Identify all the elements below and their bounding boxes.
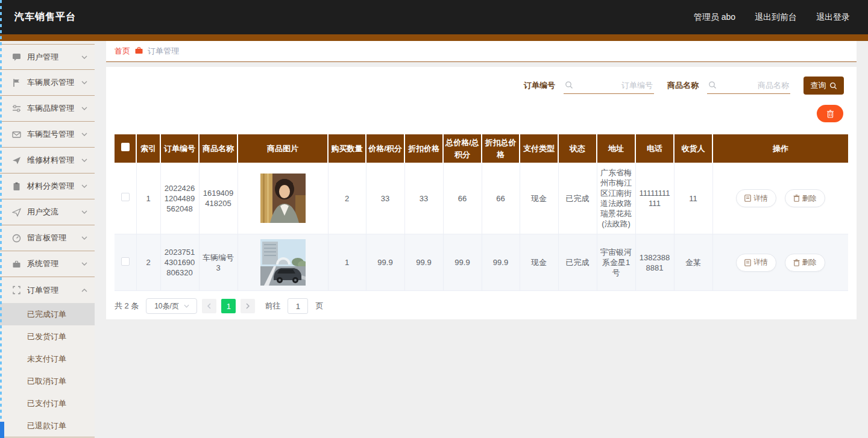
col-product-image: 商品图片 [237, 134, 328, 163]
cell-price: 99.9 [366, 234, 404, 291]
cell-phone: 13823888881 [635, 234, 674, 291]
detail-button[interactable]: 详情 [736, 189, 776, 207]
query-button-label: 查询 [811, 80, 826, 91]
left-dashed-edge [0, 0, 2, 438]
page-size-select[interactable]: 10条/页 [146, 298, 197, 314]
scrollbar-thumb[interactable] [0, 422, 4, 438]
cell-order-no: 20224261204489562048 [160, 163, 199, 234]
chevron-left-icon [207, 303, 211, 309]
app-title: 汽车销售平台 [14, 11, 76, 23]
sliders-icon [12, 104, 21, 113]
logout-link[interactable]: 退出登录 [816, 12, 850, 23]
cell-index: 2 [136, 234, 160, 291]
col-discount-total: 折扣总价格 [482, 134, 520, 163]
document-icon [744, 259, 751, 266]
order-no-input[interactable] [564, 77, 654, 94]
cell-product-name: 1619409418205 [199, 163, 237, 234]
chevron-down-icon [81, 210, 87, 214]
select-all-cell [115, 134, 136, 163]
batch-delete-button[interactable] [817, 105, 843, 122]
submenu-item-paid-orders[interactable]: 已支付订单 [0, 392, 95, 415]
row-checkbox[interactable] [121, 257, 130, 266]
sidebar-item-repair-material-mgmt[interactable]: 维修材料管理 [0, 148, 95, 174]
prev-page-button[interactable] [202, 299, 216, 313]
select-all-checkbox[interactable] [121, 143, 130, 151]
sidebar-item-message-board-mgmt[interactable]: 留言板管理 [0, 225, 95, 251]
col-consignee: 收货人 [674, 134, 712, 163]
total-count: 共 2 条 [115, 301, 139, 311]
sidebar-item-label: 用户交流 [27, 207, 81, 217]
cell-status: 已完成 [558, 234, 597, 291]
chevron-right-icon [246, 303, 250, 309]
cell-discount-total: 66 [482, 163, 520, 234]
submenu-item-shipped-orders[interactable]: 已发货订单 [0, 325, 95, 348]
trash-icon [793, 259, 800, 266]
sidebar-item-material-category-mgmt[interactable]: 材料分类管理 [0, 174, 95, 199]
col-discount-price: 折扣价格 [404, 134, 443, 163]
col-price: 价格/积分 [366, 134, 404, 163]
sidebar-item-label: 车辆品牌管理 [27, 103, 81, 114]
orders-table: 索引 订单编号 商品名称 商品图片 购买数量 价格/积分 折扣价格 总价格/总积… [115, 134, 848, 291]
chevron-down-icon [81, 55, 87, 59]
col-quantity: 购买数量 [328, 134, 366, 163]
sidebar-item-vehicle-brand-mgmt[interactable]: 车辆品牌管理 [0, 96, 95, 122]
submenu-item-refunded-orders[interactable]: 已退款订单 [0, 415, 95, 437]
col-product-name: 商品名称 [199, 134, 237, 163]
top-links: 管理员 abo 退出到前台 退出登录 [694, 12, 850, 23]
row-checkbox[interactable] [121, 193, 130, 201]
sidebar-item-vehicle-display-mgmt[interactable]: 车辆展示管理 [0, 70, 95, 96]
pagination: 共 2 条 10条/页 1 前往 页 [106, 291, 857, 314]
product-image-portrait [260, 174, 306, 223]
page-size-value: 10条/页 [154, 301, 179, 311]
sidebar-item-label: 材料分类管理 [27, 181, 81, 192]
cell-pay-type: 现金 [520, 234, 558, 291]
col-phone: 电话 [635, 134, 674, 163]
detail-button[interactable]: 详情 [736, 254, 776, 272]
chevron-down-icon [81, 184, 87, 188]
goto-suffix: 页 [315, 301, 323, 311]
product-name-input[interactable] [707, 77, 790, 94]
sidebar-item-user-communication[interactable]: 用户交流 [0, 199, 95, 225]
admin-user-link[interactable]: 管理员 abo [694, 12, 735, 23]
table-header-row: 索引 订单编号 商品名称 商品图片 购买数量 价格/积分 折扣价格 总价格/总积… [115, 134, 848, 163]
chevron-down-icon [81, 158, 87, 162]
goto-page-input[interactable] [288, 298, 308, 314]
trash-icon [793, 195, 800, 202]
cell-quantity: 2 [328, 163, 366, 234]
product-name-label: 商品名称 [667, 80, 699, 91]
comment-icon [12, 52, 21, 61]
main-content: 首页 订单管理 订单编号 商品名称 查询 [95, 41, 868, 438]
query-button[interactable]: 查询 [804, 77, 844, 95]
submenu-item-cancelled-orders[interactable]: 已取消订单 [0, 370, 95, 392]
table-row: 1 20224261204489562048 1619409418205 [115, 163, 848, 234]
orders-table-wrap: 索引 订单编号 商品名称 商品图片 购买数量 价格/积分 折扣价格 总价格/总积… [106, 122, 857, 291]
page-number-active[interactable]: 1 [221, 299, 236, 313]
detail-button-label: 详情 [753, 193, 768, 204]
next-page-button[interactable] [241, 299, 255, 313]
goto-label: 前往 [265, 301, 280, 311]
chevron-up-icon [81, 289, 87, 292]
cell-index: 1 [136, 163, 160, 234]
sidebar-item-user-mgmt[interactable]: 用户管理 [0, 44, 95, 70]
cell-discount-total: 99.9 [482, 234, 520, 291]
briefcase-red-icon [135, 46, 143, 57]
top-bar: 汽车销售平台 管理员 abo 退出到前台 退出登录 [0, 0, 868, 34]
clipboard-icon [12, 182, 21, 191]
delete-button-label: 删除 [802, 193, 817, 204]
submenu-item-unpaid-orders[interactable]: 未支付订单 [0, 348, 95, 370]
sidebar-item-label: 用户管理 [27, 52, 81, 63]
content-card: 订单编号 商品名称 查询 [106, 67, 857, 319]
sidebar-item-vehicle-model-mgmt[interactable]: 车辆型号管理 [0, 122, 95, 148]
sidebar-item-system-mgmt[interactable]: 系统管理 [0, 251, 95, 277]
sidebar-item-label: 维修材料管理 [27, 155, 81, 166]
chevron-down-icon [81, 107, 87, 110]
sidebar-item-label: 车辆展示管理 [27, 77, 81, 88]
breadcrumb-home-link[interactable]: 首页 [115, 46, 130, 57]
delete-button[interactable]: 删除 [785, 189, 825, 207]
delete-button[interactable]: 删除 [785, 254, 825, 272]
sidebar-item-order-mgmt[interactable]: 订单管理 [0, 277, 95, 303]
exit-to-front-link[interactable]: 退出到前台 [755, 12, 797, 23]
col-total: 总价格/总积分 [443, 134, 482, 163]
order-no-input-wrap [564, 77, 654, 94]
submenu-item-completed-orders[interactable]: 已完成订单 [0, 303, 95, 325]
